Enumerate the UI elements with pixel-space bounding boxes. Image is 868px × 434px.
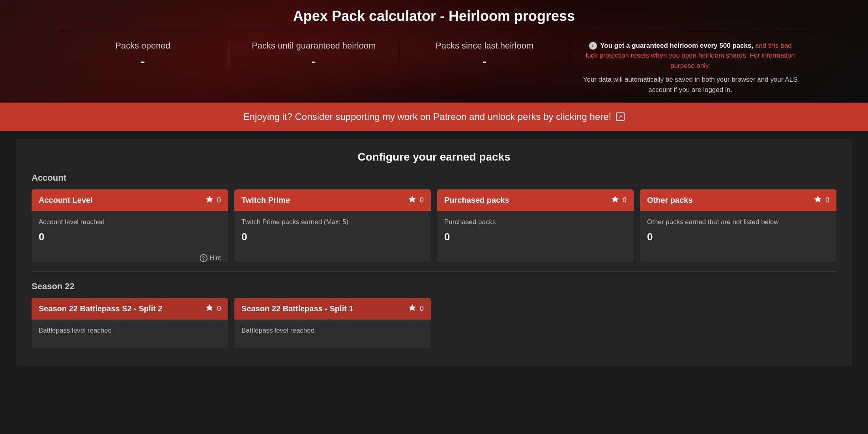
packs-since-label: Packs since last heirloom <box>407 41 562 51</box>
svg-marker-0 <box>206 196 213 202</box>
s22-bp-s2-apex-icon <box>205 303 214 314</box>
s22-bp-s2-card: Season 22 Battlepass S2 - Split 2 0 Batt… <box>32 298 228 348</box>
purchased-packs-field-value: 0 <box>444 231 627 243</box>
patreon-text: Enjoying it? Consider supporting my work… <box>243 111 611 122</box>
other-packs-count: 0 <box>814 195 829 206</box>
hint-button[interactable]: ? Hint <box>200 254 221 262</box>
packs-until-block: Packs until guaranteed heirloom - <box>228 41 399 69</box>
purchased-packs-body: Purchased packs 0 <box>437 211 634 256</box>
packs-until-value: - <box>236 54 391 69</box>
account-level-title: Account Level <box>39 196 93 205</box>
account-level-body: Account level reached 0 ? Hint <box>32 211 228 256</box>
other-packs-field-value: 0 <box>647 231 829 243</box>
svg-marker-5 <box>409 304 416 311</box>
twitch-prime-title: Twitch Prime <box>241 196 290 205</box>
svg-marker-4 <box>206 304 213 311</box>
hint-icon: ? <box>200 254 208 262</box>
twitch-prime-body: Twitch Prime packs earned (Max: 5) 0 <box>234 211 431 256</box>
account-level-pack-count: 0 <box>217 196 221 204</box>
s22-bp-s1-field-label: Battlepass level reached <box>241 327 424 335</box>
external-link-icon <box>616 112 625 121</box>
purchased-packs-pack-count: 0 <box>623 196 627 204</box>
purchased-packs-apex-icon <box>611 195 619 206</box>
other-packs-header: Other packs 0 <box>640 189 836 211</box>
twitch-prime-count: 0 <box>408 195 424 206</box>
main-wrapper: Apex Pack calculator - Heirloom progress… <box>0 0 868 366</box>
s22-bp-s2-count: 0 <box>205 303 221 314</box>
twitch-prime-field-label: Twitch Prime packs earned (Max: 5) <box>241 218 424 226</box>
twitch-prime-card: Twitch Prime 0 Twitch Prime packs earned… <box>234 189 431 262</box>
purchased-packs-count: 0 <box>611 195 627 206</box>
other-packs-pack-count: 0 <box>825 196 829 204</box>
s22-bp-s1-pack-count: 0 <box>420 305 424 313</box>
page-title: Apex Pack calculator - Heirloom progress <box>293 8 575 24</box>
spacer-2 <box>640 298 836 348</box>
s22-bp-s1-count: 0 <box>408 303 424 314</box>
progress-bar-container <box>58 31 810 31</box>
hint-label: Hint <box>210 254 221 262</box>
configure-title: Configure your earned packs <box>32 151 836 163</box>
purchased-packs-title: Purchased packs <box>444 196 509 205</box>
twitch-prime-pack-count: 0 <box>420 196 424 204</box>
svg-marker-3 <box>814 196 821 202</box>
s22-bp-s2-header: Season 22 Battlepass S2 - Split 2 0 <box>32 298 228 320</box>
other-packs-card: Other packs 0 Other packs earned that ar… <box>640 189 836 262</box>
configure-section: Configure your earned packs Account Acco… <box>16 139 852 366</box>
purchased-packs-field-label: Purchased packs <box>444 218 627 226</box>
other-packs-field-label: Other packs earned that are not listed b… <box>647 218 829 226</box>
spacer-1 <box>437 298 634 348</box>
twitch-prime-apex-icon <box>408 195 417 206</box>
twitch-prime-header: Twitch Prime 0 <box>234 189 431 211</box>
season-section-label: Season 22 <box>32 281 836 292</box>
account-level-field-value: 0 <box>39 231 221 243</box>
info-bold-text: You get a guaranteed heirloom every 500 … <box>600 42 753 49</box>
s22-bp-s1-title: Season 22 Battlepass - Split 1 <box>241 304 353 313</box>
account-level-count: 0 <box>205 195 221 206</box>
account-level-card: Account Level 0 Account level reached 0 … <box>32 189 228 262</box>
patreon-banner[interactable]: Enjoying it? Consider supporting my work… <box>0 103 868 131</box>
purchased-packs-card: Purchased packs 0 Purchased packs 0 <box>437 189 634 262</box>
stats-row: Packs opened - Packs until guaranteed he… <box>58 41 810 95</box>
packs-since-block: Packs since last heirloom - <box>399 41 570 69</box>
s22-bp-s1-header: Season 22 Battlepass - Split 1 0 <box>234 298 431 320</box>
twitch-prime-field-value: 0 <box>241 231 424 243</box>
section-divider <box>32 271 836 272</box>
hero-section: Apex Pack calculator - Heirloom progress… <box>0 0 868 103</box>
s22-bp-s1-apex-icon <box>408 303 417 314</box>
season-section: Season 22 Season 22 Battlepass S2 - Spli… <box>32 281 836 348</box>
packs-opened-value: - <box>65 54 220 69</box>
packs-since-value: - <box>407 54 562 69</box>
account-section-label: Account <box>32 173 836 183</box>
s22-bp-s1-card: Season 22 Battlepass - Split 1 0 Battlep… <box>234 298 431 348</box>
packs-until-label: Packs until guaranteed heirloom <box>236 41 391 51</box>
packs-opened-label: Packs opened <box>65 41 220 51</box>
info-icon: i <box>589 42 597 50</box>
purchased-packs-header: Purchased packs 0 <box>437 189 634 211</box>
svg-marker-1 <box>409 196 416 202</box>
account-level-apex-icon <box>205 195 214 206</box>
account-cards-row: Account Level 0 Account level reached 0 … <box>32 189 836 262</box>
s22-bp-s1-body: Battlepass level reached <box>234 320 431 348</box>
info-block: i You get a guaranteed heirloom every 50… <box>570 41 810 95</box>
s22-bp-s2-field-label: Battlepass level reached <box>39 327 221 335</box>
progress-bar-fill <box>58 31 73 31</box>
season-cards-row: Season 22 Battlepass S2 - Split 2 0 Batt… <box>32 298 836 348</box>
other-packs-body: Other packs earned that are not listed b… <box>640 211 836 256</box>
other-packs-title: Other packs <box>647 196 693 205</box>
account-level-field-label: Account level reached <box>39 218 221 226</box>
s22-bp-s2-pack-count: 0 <box>217 305 221 313</box>
svg-marker-2 <box>612 196 619 202</box>
info-body-text: Your data will automatically be saved in… <box>582 75 799 95</box>
account-level-header: Account Level 0 <box>32 189 228 211</box>
s22-bp-s2-body: Battlepass level reached <box>32 320 228 348</box>
other-packs-apex-icon <box>814 195 822 206</box>
s22-bp-s2-title: Season 22 Battlepass S2 - Split 2 <box>39 304 162 313</box>
packs-opened-block: Packs opened - <box>58 41 228 69</box>
